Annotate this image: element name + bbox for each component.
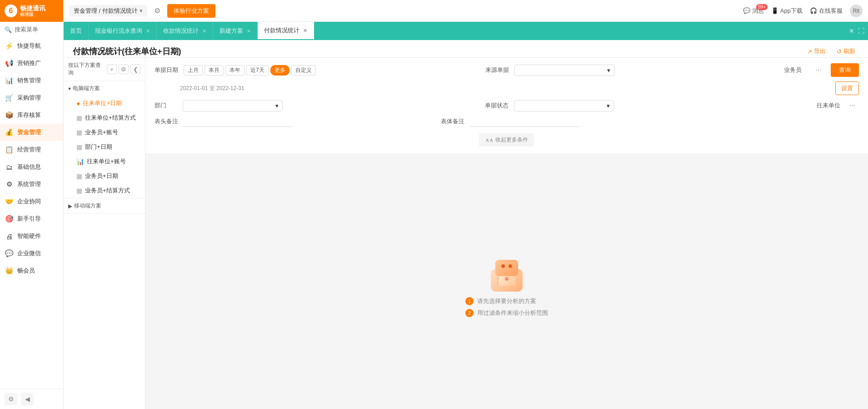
quick-nav-icon: ⚡ xyxy=(5,42,14,50)
empty-state-illustration xyxy=(479,246,534,292)
scheme-table-icon: ▦ xyxy=(76,129,82,136)
page-content: 付款情况统计(往来单位+日期) ↗ 导出 ↺ 刷新 按以下方案查询 + xyxy=(64,40,868,409)
sidebar-item-guide[interactable]: 🎯 新手引导 xyxy=(0,210,63,227)
date-btn-custom[interactable]: 自定义 xyxy=(291,65,316,76)
purchase-icon: 🛒 xyxy=(5,94,14,102)
chevron-down-icon: ▾ xyxy=(275,102,279,109)
close-all-tabs-icon[interactable]: ✕ xyxy=(849,27,854,35)
desktop-group-title[interactable]: ▾ 电脑端方案 xyxy=(64,81,145,96)
sidebar: 6 畅捷通讯 标准版 🔍 搜索菜单 ⚡ 快捷导航 📢 营销推广 📊 销售管理 🛒… xyxy=(0,0,64,409)
tab-receipt-stats[interactable]: 收款情况统计 ✕ xyxy=(157,22,213,40)
empty-state: 1 请先选择要分析的方案 2 用过滤条件来缩小分析范围 xyxy=(145,154,868,409)
tab-receipt-stats-close[interactable]: ✕ xyxy=(202,28,206,34)
query-button[interactable]: 查询 xyxy=(831,63,859,77)
date-btn-this-year[interactable]: 本年 xyxy=(225,65,244,76)
cooperation-icon: 🤝 xyxy=(5,197,14,206)
service-icon: 🎧 xyxy=(810,7,817,14)
header-right: 💬 消息 99+ 📱 App下载 🎧 在线客服 Rit xyxy=(743,5,863,17)
operation-icon: 📋 xyxy=(5,146,14,154)
source-doc-label: 来源单据 xyxy=(485,66,509,74)
online-service-btn[interactable]: 🎧 在线客服 xyxy=(810,7,843,15)
dept-select[interactable]: ▾ xyxy=(183,100,283,111)
sidebar-nav: ⚡ 快捷导航 📢 营销推广 📊 销售管理 🛒 采购管理 📦 库存核算 💰 资金管… xyxy=(0,37,63,389)
date-btn-7days[interactable]: 近7天 xyxy=(246,65,269,76)
tab-payment-stats[interactable]: 付款情况统计 ✕ xyxy=(258,22,314,40)
scheme-item-staff-settle[interactable]: ▦ 业务员+结算方式 xyxy=(64,183,145,198)
sidebar-item-sales[interactable]: 📊 销售管理 xyxy=(0,72,63,89)
scheme-settings-btn[interactable]: ⚙ xyxy=(119,64,129,74)
source-doc-select[interactable]: ▾ xyxy=(514,65,614,76)
basic-icon: 🗂 xyxy=(5,163,14,171)
header-gear-btn[interactable]: ⚙ xyxy=(151,5,164,17)
sidebar-collapse-btn[interactable]: ◀ xyxy=(21,393,34,405)
empty-tip-2: 2 用过滤条件来缩小分析范围 xyxy=(465,309,548,317)
message-icon: 💬 xyxy=(743,7,750,14)
setting-button[interactable]: 设置 xyxy=(835,81,859,95)
date-btn-last-month[interactable]: 上月 xyxy=(184,65,203,76)
page-title: 付款情况统计(往来单位+日期) xyxy=(73,46,803,57)
avatar[interactable]: Rit xyxy=(850,5,863,17)
tab-new-scheme-close[interactable]: ✕ xyxy=(247,28,251,34)
filter-bar: 单据日期 上月 本月 本年 近7天 更多 自定义 来源单据 xyxy=(145,58,868,154)
sidebar-item-marketing[interactable]: 📢 营销推广 xyxy=(0,55,63,72)
sidebar-item-quick-nav[interactable]: ⚡ 快捷导航 xyxy=(0,37,63,55)
scheme-item-dept-date[interactable]: ▦ 部门+日期 xyxy=(64,140,145,154)
tip-num-2: 2 xyxy=(465,309,474,317)
scheme-collapse-btn[interactable]: ❮ xyxy=(130,64,140,74)
search-menu[interactable]: 🔍 搜索菜单 xyxy=(0,22,63,37)
sidebar-item-cooperation[interactable]: 🤝 企业协同 xyxy=(0,193,63,210)
sidebar-item-vip[interactable]: 👑 畅会员 xyxy=(0,262,63,279)
tab-new-scheme[interactable]: 新建方案 ✕ xyxy=(213,22,258,40)
sidebar-item-system[interactable]: ⚙ 系统管理 xyxy=(0,176,63,193)
breadcrumb: 资金管理 / 付款情况统计 ▾ xyxy=(69,5,147,17)
scheme-active-icon: ● xyxy=(76,100,80,107)
mobile-scheme-group: ▶ 移动端方案 xyxy=(64,198,145,214)
scheme-item-staff-account[interactable]: ▦ 业务员+账号 xyxy=(64,125,145,140)
sidebar-item-operation[interactable]: 📋 经营管理 xyxy=(0,141,63,158)
collapse-filters-btn[interactable]: ∧∧ 收起更多条件 xyxy=(479,133,534,146)
main-body: 按以下方案查询 + ⚙ ❮ ▾ 电脑端方案 ● 往来单位+日期 xyxy=(64,58,868,409)
date-btn-more[interactable]: 更多 xyxy=(270,65,289,76)
sidebar-bottom: ⚙ ◀ xyxy=(0,389,63,409)
mobile-group-title[interactable]: ▶ 移动端方案 xyxy=(64,198,145,213)
tab-home[interactable]: 首页 xyxy=(64,22,89,40)
header-remark-label: 表头备注 xyxy=(155,117,178,126)
chevron-right-icon: ▶ xyxy=(68,203,72,209)
export-icon: ↗ xyxy=(807,48,812,55)
sidebar-settings-btn[interactable]: ⚙ xyxy=(5,393,17,405)
scheme-item-partner-account[interactable]: 📊 往来单位+账号 xyxy=(64,154,145,169)
sidebar-item-wechat[interactable]: 💬 企业微信 xyxy=(0,245,63,262)
body-remark-input[interactable] xyxy=(470,116,579,127)
scheme-item-partner-settle[interactable]: ▦ 往来单位+结算方式 xyxy=(64,111,145,125)
tab-bank-flow-close[interactable]: ✕ xyxy=(146,28,150,34)
date-btn-this-month[interactable]: 本月 xyxy=(205,65,224,76)
export-btn[interactable]: ↗ 导出 xyxy=(803,45,829,57)
tab-bank-flow[interactable]: 现金银行流水查询 ✕ xyxy=(89,22,157,40)
sidebar-logo: 6 畅捷通讯 标准版 xyxy=(0,0,63,22)
header-remark-input[interactable] xyxy=(184,116,293,127)
scheme-item-staff-date[interactable]: ▦ 业务员+日期 xyxy=(64,169,145,183)
sidebar-item-inventory[interactable]: 📦 库存核算 xyxy=(0,106,63,124)
staff-select-dots[interactable]: ··· xyxy=(812,64,825,76)
right-content: 单据日期 上月 本月 本年 近7天 更多 自定义 来源单据 xyxy=(145,58,868,409)
search-icon: 🔍 xyxy=(5,26,12,33)
scheme-table-icon: ▦ xyxy=(76,187,82,194)
app-download-btn[interactable]: 📱 App下载 xyxy=(771,7,803,15)
trial-btn[interactable]: 体验行业方案 xyxy=(167,4,215,18)
message-btn[interactable]: 💬 消息 99+ xyxy=(743,7,764,15)
expand-icon[interactable]: ⛶ xyxy=(858,27,864,35)
sidebar-item-capital[interactable]: 💰 资金管理 xyxy=(0,124,63,141)
doc-status-select[interactable]: ▾ xyxy=(514,100,614,111)
sidebar-item-hardware[interactable]: 🖨 智能硬件 xyxy=(0,227,63,245)
scheme-table-icon: ▦ xyxy=(76,114,82,121)
add-scheme-btn[interactable]: + xyxy=(107,64,117,74)
partner-select-dots[interactable]: ··· xyxy=(846,100,859,111)
scheme-item-partner-date[interactable]: ● 往来单位+日期 xyxy=(64,96,145,111)
empty-tip-1: 1 请先选择要分析的方案 xyxy=(465,297,548,305)
top-header: 资金管理 / 付款情况统计 ▾ ⚙ 体验行业方案 💬 消息 99+ 📱 App下… xyxy=(64,0,868,22)
page-header: 付款情况统计(往来单位+日期) ↗ 导出 ↺ 刷新 xyxy=(64,40,868,58)
sidebar-item-basic[interactable]: 🗂 基础信息 xyxy=(0,158,63,176)
refresh-btn[interactable]: ↺ 刷新 xyxy=(833,45,859,57)
sidebar-item-purchase[interactable]: 🛒 采购管理 xyxy=(0,89,63,106)
tab-payment-stats-close[interactable]: ✕ xyxy=(303,28,307,34)
